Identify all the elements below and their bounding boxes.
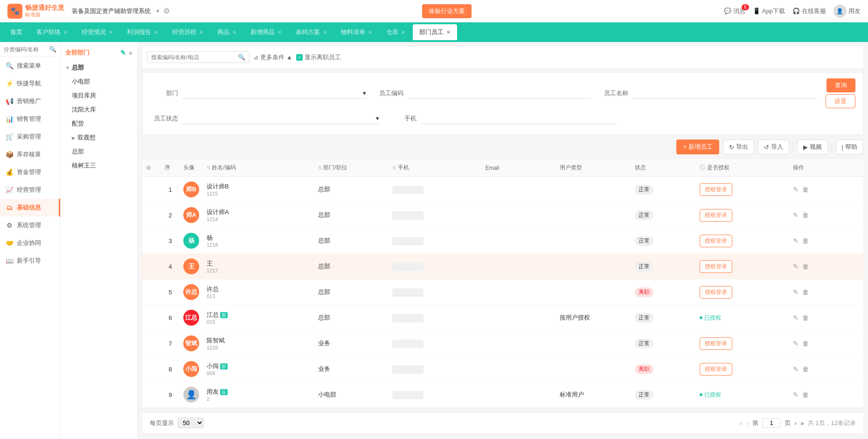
tab-home[interactable]: 首页 [4, 24, 29, 40]
auth-button[interactable]: 授权登录 [700, 363, 732, 376]
settings-icon[interactable]: ⚙ [163, 7, 170, 15]
auth-button[interactable]: 授权登录 [700, 235, 732, 247]
status-select[interactable]: ▾ [182, 113, 379, 124]
experience-button[interactable]: 体验行业方案 [422, 4, 472, 18]
notification-area[interactable]: 💬 消息 6 [724, 7, 745, 15]
page-size-select[interactable]: 50 10 20 100 [178, 418, 204, 428]
import-button[interactable]: ↺ 导入 [758, 139, 789, 154]
empname-input[interactable] [632, 88, 816, 99]
close-icon[interactable]: ✕ [232, 29, 236, 35]
first-page-btn[interactable]: « [739, 419, 743, 427]
tab-profit[interactable]: 利润报告 ✕ [120, 24, 165, 40]
phone-sort-icon[interactable]: ⇅ [392, 165, 396, 170]
close-icon[interactable]: ✕ [63, 29, 68, 35]
search-icon[interactable]: 🔍 [238, 54, 245, 61]
dept-tree-item-sl[interactable]: ▶ 双鹿想 [61, 131, 137, 145]
sidebar-item-system[interactable]: ⚙ 系统管理 [0, 216, 60, 234]
edit-icon[interactable]: ✎ [793, 365, 799, 373]
prev-page-btn[interactable]: ‹ [747, 419, 749, 427]
close-icon[interactable]: ✕ [323, 29, 327, 35]
delete-icon[interactable]: 🗑 [802, 186, 809, 193]
dept-tree-item-zb[interactable]: 总部 [61, 145, 137, 159]
edit-icon[interactable]: ✎ [793, 211, 799, 219]
search-input[interactable] [151, 54, 235, 61]
sidebar-item-search[interactable]: 🔍 搜索菜单 [0, 57, 60, 75]
dept-sort-icon[interactable]: ⇅ [318, 165, 322, 170]
settings-icon[interactable]: ⚙ [146, 165, 151, 171]
more-conditions-btn[interactable]: ⊿ 更多条件 ▲ [253, 53, 292, 62]
close-icon[interactable]: ✕ [401, 29, 405, 35]
more-button[interactable]: | 帮助 [836, 139, 863, 154]
tab-history[interactable]: 经营历程 ✕ [166, 24, 210, 40]
empcode-input[interactable] [407, 88, 591, 99]
sidebar-item-basic[interactable]: 🗂 基础信息 [0, 199, 60, 216]
last-page-btn[interactable]: » [800, 419, 804, 427]
add-employee-button[interactable]: + 新增员工 [676, 139, 719, 154]
settings-button[interactable]: 设置 [826, 94, 855, 108]
collapse-icon[interactable]: « [129, 49, 132, 56]
tab-dept-staff[interactable]: 部门员工 ✕ [413, 24, 457, 40]
tab-customer[interactable]: 客户联络 ✕ [30, 24, 74, 40]
auth-button[interactable]: 授权登录 [700, 183, 732, 196]
dept-select[interactable]: ▾ [182, 88, 366, 99]
delete-icon[interactable]: 🗑 [802, 263, 809, 270]
close-icon[interactable]: ✕ [446, 29, 451, 35]
dropdown-arrow-icon[interactable]: ▾ [156, 7, 160, 14]
edit-icon[interactable]: ✎ [793, 340, 799, 347]
dept-tree-item-zs[interactable]: 植树王三 [61, 159, 137, 173]
sidebar-item-quicknav[interactable]: ⚡ 快捷导航 [0, 75, 60, 92]
sidebar-item-purchase[interactable]: 🛒 采购管理 [0, 128, 60, 146]
dept-tree-item-ph[interactable]: 配货 [61, 117, 137, 131]
close-icon[interactable]: ✕ [109, 29, 113, 35]
edit-icon[interactable]: ✎ [793, 186, 799, 193]
sidebar-item-marketing[interactable]: 📢 营销推广 [0, 92, 60, 110]
delete-icon[interactable]: 🗑 [802, 340, 809, 347]
edit-icon[interactable]: ✎ [793, 237, 799, 244]
delete-icon[interactable]: 🗑 [802, 237, 809, 244]
next-page-btn[interactable]: › [794, 419, 797, 427]
tab-goods[interactable]: 商品 ✕ [211, 24, 243, 40]
dept-tree-item-sy[interactable]: 沈阳大库 [61, 103, 137, 117]
close-icon[interactable]: ✕ [199, 29, 203, 35]
tab-bom[interactable]: 物料清单 ✕ [334, 24, 379, 40]
phone-input[interactable] [420, 113, 618, 124]
dept-tree-item-xiao[interactable]: 小电部 [61, 75, 137, 89]
page-number-input[interactable] [762, 418, 781, 428]
delete-icon[interactable]: 🗑 [802, 211, 809, 219]
sidebar-item-sales[interactable]: 📊 销售管理 [0, 110, 60, 128]
delete-icon[interactable]: 🗑 [802, 365, 809, 373]
delete-icon[interactable]: 🗑 [802, 288, 809, 296]
edit-icon[interactable]: ✎ [793, 263, 799, 270]
app-download[interactable]: 📱 App下载 [753, 7, 785, 15]
close-icon[interactable]: ✕ [368, 29, 372, 35]
view-button[interactable]: ▶ 视频 [797, 139, 828, 154]
auth-button[interactable]: 授权登录 [700, 337, 732, 350]
auth-button[interactable]: 授权登录 [700, 286, 732, 299]
show-resigned-checkbox[interactable]: ✓ [296, 54, 303, 61]
edit-icon[interactable]: ✎ [793, 391, 799, 398]
tab-new-goods[interactable]: 新增商品 ✕ [244, 24, 288, 40]
tab-warehouse[interactable]: 仓库 ✕ [380, 24, 412, 40]
close-icon[interactable]: ✕ [278, 29, 282, 35]
export-button[interactable]: ↻ 导出 [723, 139, 754, 154]
online-support[interactable]: 🎧 在线客服 [792, 7, 826, 15]
auth-button[interactable]: 授权登录 [700, 209, 732, 222]
sidebar-item-operations[interactable]: 📈 经营管理 [0, 181, 60, 199]
sidebar-item-finance[interactable]: 💰 资金管理 [0, 163, 60, 181]
name-sort-icon[interactable]: ⇅ [207, 165, 210, 170]
delete-icon[interactable]: 🗑 [802, 314, 809, 321]
user-info[interactable]: 👤 用友 [833, 5, 861, 18]
edit-icon[interactable]: ✎ [793, 314, 799, 321]
auth-button[interactable]: 授权登录 [700, 260, 732, 273]
delete-icon[interactable]: 🗑 [802, 391, 809, 398]
dept-tree-group-head[interactable]: ▼ 总部 [61, 61, 137, 75]
edit-icon[interactable]: ✎ [793, 288, 799, 296]
sidebar-item-guide[interactable]: 📖 新手引导 [0, 252, 60, 270]
tab-operations[interactable]: 经营情况 ✕ [75, 24, 119, 40]
search-button[interactable]: 查询 [826, 78, 855, 92]
edit-icon[interactable]: ✎ [120, 49, 126, 56]
sidebar-item-collab[interactable]: 🤝 企业协同 [0, 234, 60, 252]
dept-tree-item-proj[interactable]: 项目库房 [61, 89, 137, 103]
sidebar-search-input[interactable] [4, 46, 46, 53]
tab-barcode[interactable]: 条码方案 ✕ [289, 24, 333, 40]
